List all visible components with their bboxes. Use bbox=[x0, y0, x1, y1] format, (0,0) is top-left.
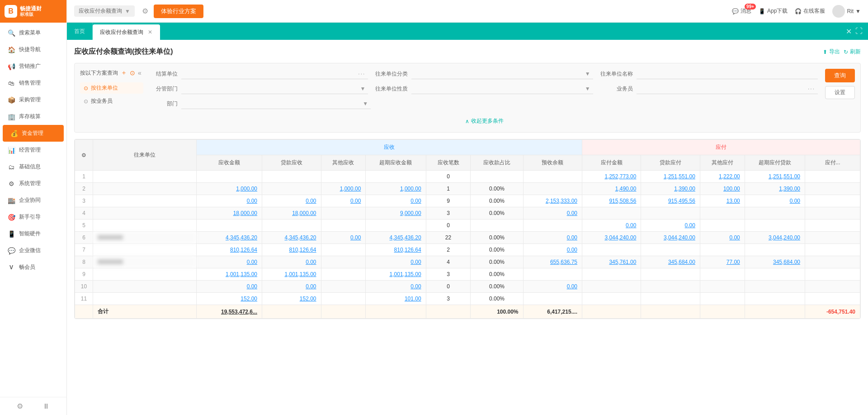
unit-category-select[interactable]: ▼ bbox=[411, 69, 593, 79]
settings-footer-icon[interactable]: ⚙ bbox=[17, 402, 23, 410]
cell-value[interactable] bbox=[321, 219, 366, 232]
set-button[interactable]: 设置 bbox=[825, 86, 855, 99]
sidebar-item-sales[interactable]: 🛍 销售管理 bbox=[0, 75, 66, 91]
cell-value[interactable]: 100.00 bbox=[700, 183, 745, 195]
tab-home[interactable]: 首页 bbox=[67, 23, 93, 40]
settlement-input[interactable]: ··· bbox=[181, 69, 368, 79]
cell-value[interactable] bbox=[523, 268, 582, 281]
sidebar-item-hardware[interactable]: 📱 智能硬件 bbox=[0, 225, 66, 242]
cell-value[interactable]: 810,126.64 bbox=[197, 244, 262, 256]
sidebar-item-system[interactable]: ⚙ 系统管理 bbox=[0, 175, 66, 192]
cell-value[interactable]: 4,345,436.20 bbox=[262, 232, 321, 244]
cell-value[interactable]: 0.00 bbox=[523, 207, 582, 219]
cell-value[interactable]: 1,000.00 bbox=[197, 183, 262, 195]
solution-button[interactable]: 体验行业方案 bbox=[154, 5, 203, 18]
cell-value[interactable]: 0.00 bbox=[197, 256, 262, 268]
col-settings[interactable]: ⚙ bbox=[75, 140, 93, 171]
cell-value[interactable]: 77.00 bbox=[700, 256, 745, 268]
expand-icon[interactable]: ⛶ bbox=[855, 27, 863, 35]
cell-value[interactable]: 655,636.75 bbox=[523, 256, 582, 268]
cell-value[interactable] bbox=[366, 219, 426, 232]
cell-value[interactable] bbox=[321, 256, 366, 268]
cell-value[interactable]: 1,251,551.00 bbox=[641, 171, 700, 183]
cell-value[interactable] bbox=[641, 293, 700, 305]
close-window-icon[interactable]: ✕ bbox=[846, 27, 852, 36]
cell-value[interactable]: 810,126.64 bbox=[366, 244, 426, 256]
sidebar-item-inventory[interactable]: 🏢 库存核算 bbox=[0, 108, 66, 125]
collapse-more-button[interactable]: ∧ 收起更多条件 bbox=[465, 115, 504, 127]
cell-value[interactable]: 0.00 bbox=[262, 256, 321, 268]
cell-value[interactable] bbox=[745, 207, 805, 219]
cell-value[interactable]: 0.00 bbox=[321, 195, 366, 207]
cell-value[interactable]: 1,001,135.00 bbox=[262, 268, 321, 281]
cell-value[interactable]: 1,251,551.00 bbox=[745, 171, 805, 183]
cell-value[interactable]: 0.00 bbox=[700, 232, 745, 244]
cell-value[interactable]: 4,345,436.20 bbox=[366, 232, 426, 244]
cell-value[interactable]: 345,761.00 bbox=[582, 256, 641, 268]
unit-nature-select[interactable]: ▼ bbox=[411, 84, 593, 94]
cell-value[interactable]: 1,222.00 bbox=[700, 171, 745, 183]
cell-value[interactable]: 0.00 bbox=[582, 219, 641, 232]
filter-option-by-unit[interactable]: ⊙ 按往来单位 bbox=[80, 82, 143, 94]
sidebar-item-guide[interactable]: 🎯 新手引导 bbox=[0, 209, 66, 225]
cell-value[interactable]: 0.00 bbox=[262, 195, 321, 207]
cell-value[interactable]: 4,345,436.20 bbox=[197, 232, 262, 244]
cell-value[interactable] bbox=[366, 171, 426, 183]
cell-value[interactable]: 0.00 bbox=[197, 281, 262, 293]
cell-value[interactable] bbox=[745, 293, 805, 305]
cell-value[interactable] bbox=[523, 293, 582, 305]
cell-value[interactable]: 9,000.00 bbox=[366, 207, 426, 219]
cell-value[interactable]: 1,001,135.00 bbox=[366, 268, 426, 281]
cell-value[interactable]: 0.00 bbox=[523, 244, 582, 256]
cell-value[interactable] bbox=[321, 293, 366, 305]
cell-value[interactable]: 1,490.00 bbox=[582, 183, 641, 195]
cell-value[interactable]: 0.00 bbox=[745, 195, 805, 207]
cell-value[interactable]: 3,044,240.00 bbox=[641, 232, 700, 244]
cell-value[interactable]: 0.00 bbox=[523, 281, 582, 293]
cell-value[interactable] bbox=[523, 171, 582, 183]
app-download-button[interactable]: 📱 App下载 bbox=[759, 7, 788, 15]
cell-value[interactable]: 0.00 bbox=[641, 219, 700, 232]
sidebar-item-basic[interactable]: 🗂 基础信息 bbox=[0, 158, 66, 175]
gear-icon[interactable]: ⚙ bbox=[142, 7, 148, 15]
cell-value[interactable]: 810,126.64 bbox=[262, 244, 321, 256]
staff-input[interactable]: ··· bbox=[637, 84, 818, 94]
cell-value[interactable]: 152.00 bbox=[197, 293, 262, 305]
cell-value[interactable] bbox=[197, 219, 262, 232]
cell-value[interactable]: 915,495.56 bbox=[641, 195, 700, 207]
cell-value[interactable]: 915,508.56 bbox=[582, 195, 641, 207]
cell-value[interactable]: 345,684.00 bbox=[641, 256, 700, 268]
cell-value[interactable] bbox=[321, 207, 366, 219]
cell-value[interactable] bbox=[582, 244, 641, 256]
cell-value[interactable] bbox=[262, 171, 321, 183]
cell-value[interactable]: 2,153,333.00 bbox=[523, 195, 582, 207]
cell-value[interactable]: 18,000.00 bbox=[262, 207, 321, 219]
cell-value[interactable] bbox=[523, 183, 582, 195]
cell-value[interactable]: 1,390.00 bbox=[745, 183, 805, 195]
cell-value[interactable]: 1,252,773.00 bbox=[582, 171, 641, 183]
cell-value[interactable] bbox=[582, 207, 641, 219]
cell-value[interactable]: 0.00 bbox=[366, 256, 426, 268]
filter-option-by-staff[interactable]: ⊙ 按业务员 bbox=[80, 95, 143, 107]
message-button[interactable]: 💬 消息 99+ bbox=[732, 7, 751, 15]
refresh-button[interactable]: ↻ 刷新 bbox=[844, 48, 861, 56]
cell-value[interactable] bbox=[262, 219, 321, 232]
sidebar-item-company[interactable]: 🏬 企业协同 bbox=[0, 192, 66, 209]
cell-value[interactable] bbox=[582, 281, 641, 293]
cell-value[interactable] bbox=[700, 244, 745, 256]
edit-filter-icon[interactable]: ⊙ bbox=[130, 69, 135, 76]
tab-arbalance[interactable]: 应收应付余额查询 ✕ bbox=[93, 24, 160, 40]
unit-name-input[interactable] bbox=[637, 69, 818, 79]
query-button[interactable]: 查询 bbox=[825, 69, 855, 82]
cell-value[interactable]: 13.00 bbox=[700, 195, 745, 207]
cell-value[interactable]: 1,390.00 bbox=[641, 183, 700, 195]
cell-value[interactable]: 0.00 bbox=[197, 195, 262, 207]
cell-value[interactable]: 1,000.00 bbox=[321, 183, 366, 195]
cell-value[interactable]: 101.00 bbox=[366, 293, 426, 305]
sidebar-item-search[interactable]: 🔍 搜索菜单 bbox=[0, 24, 66, 41]
cell-value[interactable]: 18,000.00 bbox=[197, 207, 262, 219]
cell-value[interactable] bbox=[700, 293, 745, 305]
cell-value[interactable] bbox=[523, 219, 582, 232]
sidebar-item-wechat[interactable]: 💬 企业微信 bbox=[0, 242, 66, 259]
cell-value[interactable]: 1,001,135.00 bbox=[197, 268, 262, 281]
